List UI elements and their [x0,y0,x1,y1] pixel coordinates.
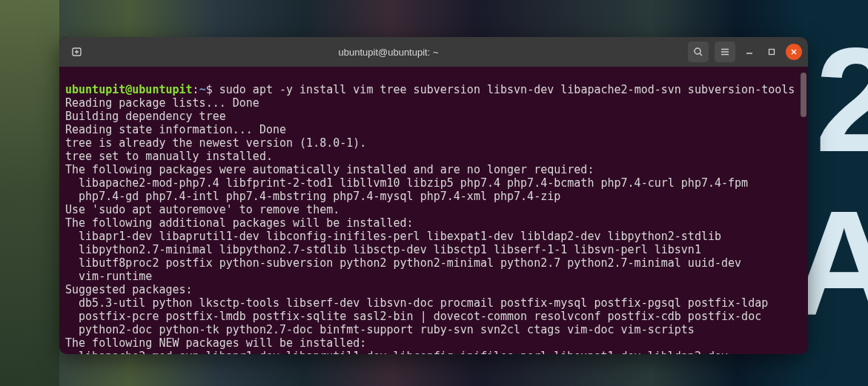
search-button[interactable] [688,41,709,62]
command-text: sudo apt -y install vim tree subversion … [219,83,795,96]
output-line: vim-runtime [65,270,152,283]
output-line: php7.4-gd php7.4-intl php7.4-mbstring ph… [65,190,560,203]
output-line: db5.3-util python lksctp-tools libserf-d… [65,296,768,310]
output-line: libapache2-mod-php7.4 libfprint-2-tod1 l… [65,176,748,190]
titlebar-right-controls [688,41,802,62]
minimize-button[interactable] [741,44,758,60]
prompt-userhost: ubuntupit@ubuntupit [65,83,193,96]
prompt-sep: : [193,83,199,96]
maximize-button[interactable] [763,44,780,60]
output-line: Reading state information... Done [65,123,286,136]
output-line: Suggested packages: [65,283,193,296]
close-button[interactable] [786,44,802,60]
svg-point-3 [695,48,700,54]
window-title: ubuntupit@ubuntupit: ~ [89,47,688,58]
minimize-icon [746,48,753,56]
prompt-sigil: $ [206,83,213,96]
new-tab-button[interactable] [65,41,89,62]
search-icon [693,47,703,57]
svg-rect-9 [769,50,775,55]
output-line: libapache2-mod-svn libapr1-dev libapruti… [65,350,728,354]
output-line: tree set to manually installed. [65,150,273,163]
terminal-content[interactable]: ubuntupit@ubuntupit:~$ sudo apt -y insta… [59,67,808,354]
new-tab-icon [71,46,83,58]
output-line: postfix-pcre postfix-lmdb postfix-sqlite… [65,310,761,323]
output-line: tree is already the newest version (1.8.… [65,136,366,150]
prompt-line: ubuntupit@ubuntupit:~$ sudo apt -y insta… [65,83,795,96]
output-line: Reading package lists... Done [65,96,259,110]
hamburger-icon [720,47,730,57]
output-line: python2-doc python-tk python2.7-doc binf… [65,323,695,336]
output-line: The following packages were automaticall… [65,163,594,176]
output-line: libapr1-dev libaprutil1-dev libconfig-in… [65,230,721,243]
svg-line-4 [700,53,702,56]
desktop-background-right [809,0,868,386]
titlebar-left-controls [65,41,89,62]
close-icon [790,48,798,56]
output-line: The following additional packages will b… [65,216,414,230]
terminal-window: ubuntupit@ubuntupit: ~ [59,37,808,354]
maximize-icon [768,48,775,56]
prompt-path: ~ [199,83,206,96]
output-line: The following NEW packages will be insta… [65,336,366,350]
output-line: libpython2.7-minimal libpython2.7-stdlib… [65,243,701,256]
output-line: Use 'sudo apt autoremove' to remove them… [65,203,339,216]
menu-button[interactable] [715,41,735,62]
scrollbar-thumb[interactable] [801,73,806,117]
output-line: libutf8proc2 postfix python-subversion p… [65,256,741,270]
desktop-background-left [0,0,59,386]
output-line: Building dependency tree [65,110,226,123]
titlebar: ubuntupit@ubuntupit: ~ [59,37,808,67]
